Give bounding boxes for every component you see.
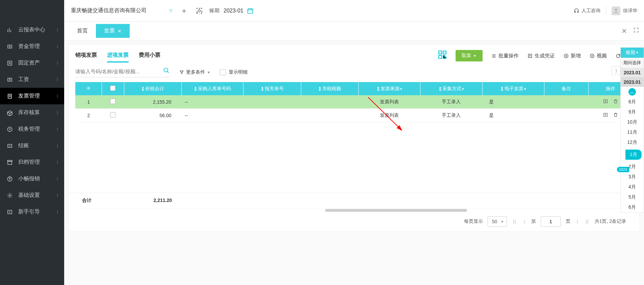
sidebar-item-close-period[interactable]: 结账⟩ — [0, 137, 64, 154]
period-scroll-up[interactable]: ︽ — [621, 87, 644, 97]
search-icon[interactable] — [163, 67, 170, 76]
svg-rect-17 — [529, 54, 532, 57]
sort-icon: ▲▼ — [261, 86, 264, 92]
subtab-销项发票[interactable]: 销项发票 — [75, 49, 97, 62]
delete-icon[interactable] — [613, 99, 618, 105]
sidebar-item-label: 税务管理 — [18, 126, 40, 133]
cell-tariff — [301, 95, 358, 109]
period-month[interactable]: 10月 — [621, 117, 644, 127]
prev-page-button[interactable]: ⟨ — [522, 219, 526, 224]
col-header[interactable] — [75, 82, 102, 95]
search-input[interactable] — [75, 69, 163, 74]
svg-point-12 — [9, 195, 11, 197]
play-circle-icon — [590, 53, 595, 58]
sidebar-item-guide[interactable]: 新手引导⟩ — [0, 204, 64, 220]
qr-icon[interactable] — [438, 50, 447, 61]
period-year-end[interactable]: 2023.01 — [621, 77, 644, 87]
sidebar-item-archive[interactable]: 归档管理⟩ — [0, 154, 64, 171]
tab-首页[interactable]: 首页 — [69, 24, 96, 38]
fetch-invoice-button[interactable]: 取票 ▼ — [456, 50, 483, 61]
sidebar-item-stock[interactable]: 库存核算⟩ — [0, 104, 64, 121]
subtab-进项发票[interactable]: 进项发票 — [107, 49, 129, 62]
fullscreen-icon[interactable] — [633, 27, 639, 35]
add-button[interactable]: 新增 — [564, 53, 581, 59]
invoice-icon — [6, 93, 14, 100]
period-month[interactable]: 12月 — [621, 137, 644, 148]
chart-icon — [6, 26, 14, 33]
first-page-button[interactable]: |⟨ — [512, 219, 517, 224]
period-month[interactable]: 4月 — [621, 182, 644, 192]
h-scrollbar-thumb[interactable] — [325, 209, 467, 212]
svg-point-21 — [88, 87, 89, 89]
sidebar-item-chart[interactable]: 云报表中心⟩ — [0, 22, 64, 38]
user-menu[interactable]: 徐泽华 — [612, 6, 637, 15]
period-month[interactable]: 11月 — [621, 127, 644, 137]
h-scrollbar[interactable] — [75, 208, 633, 212]
video-button[interactable]: 视频 — [590, 53, 607, 59]
sidebar-item-money[interactable]: 资金管理⟩ — [0, 38, 64, 55]
sidebar-item-settings[interactable]: 基础设置⟩ — [0, 187, 64, 204]
period-collapse-button[interactable]: ⟩ — [612, 66, 620, 75]
plus-icon[interactable]: ＋ — [180, 6, 188, 16]
period-month[interactable]: 8月 — [621, 97, 644, 107]
period-month[interactable]: 9月 — [621, 107, 644, 117]
gen-voucher-button[interactable]: 生成凭证 — [527, 53, 555, 59]
col-header[interactable]: ▲▼采购入库单号码 — [181, 82, 243, 95]
period-month[interactable]: 1月 — [621, 148, 644, 162]
sidebar-item-invoice[interactable]: 发票管理⟩ — [0, 88, 64, 104]
calendar-icon[interactable] — [247, 7, 254, 14]
close-tab-icon[interactable]: ✕ — [621, 27, 627, 35]
show-detail-toggle[interactable]: 显示明细 — [220, 69, 248, 75]
svg-rect-2 — [8, 45, 12, 48]
col-header[interactable]: ▲▼采集方式▾ — [420, 82, 482, 95]
support-link[interactable]: 人工咨询 — [573, 8, 600, 14]
period-month[interactable]: 3月 — [621, 172, 644, 182]
page-size-select[interactable]: 50 ▼ — [488, 216, 507, 227]
sidebar-item-label: 资金管理 — [18, 43, 40, 50]
close-icon[interactable]: ✕ — [118, 28, 122, 34]
svg-point-7 — [7, 127, 12, 132]
sidebar-item-label: 归档管理 — [18, 159, 40, 166]
subtab-费用小票[interactable]: 费用小票 — [139, 49, 160, 62]
headset-icon — [573, 8, 579, 14]
period-month[interactable]: 5月 — [621, 192, 644, 202]
sidebar-item-asset[interactable]: 固定资产⟩ — [0, 55, 64, 71]
company-selector[interactable]: 重庆畅捷交通信息咨询有限公司 ▽ — [71, 7, 172, 14]
chevron-right-icon: ⟩ — [57, 210, 58, 214]
page-input[interactable] — [541, 216, 561, 227]
checkbox-icon[interactable] — [110, 99, 115, 104]
cell-collect: 手工录入 — [420, 109, 482, 122]
next-page-button[interactable]: ⟩ — [575, 219, 579, 224]
period-year-start[interactable]: 2023.01 — [621, 68, 644, 77]
wage-icon — [6, 76, 14, 83]
per-page-label: 每页显示 — [464, 218, 483, 225]
chevron-right-icon: ⟩ — [57, 44, 58, 49]
checkbox-icon[interactable] — [110, 112, 115, 118]
table-row[interactable]: 256.00--发票列表手工录入是 — [75, 109, 633, 122]
chevron-right-icon: ⟩ — [57, 77, 58, 82]
col-header[interactable]: ▲▼关税税额 — [301, 82, 358, 95]
sidebar-item-reimburse[interactable]: 小畅报销⟩ — [0, 171, 64, 187]
period-month[interactable]: 6月 — [621, 202, 644, 212]
tab-发票[interactable]: 发票✕ — [96, 24, 130, 38]
batch-ops-button[interactable]: 批量操作 — [491, 53, 519, 59]
gear-icon[interactable] — [196, 7, 203, 14]
col-header[interactable]: ▲▼发票来源▾ — [358, 82, 420, 95]
delete-icon[interactable] — [613, 112, 618, 119]
col-header[interactable] — [102, 82, 124, 95]
table-row[interactable]: 12,155.20--发票列表手工录入是 — [75, 95, 633, 109]
col-header[interactable]: ▲▼价税合计 — [124, 82, 181, 95]
checkbox-icon[interactable] — [110, 85, 115, 91]
col-header[interactable]: ▲▼电子发票▾ — [482, 82, 544, 95]
sidebar-item-wage[interactable]: 工资⟩ — [0, 71, 64, 88]
col-header[interactable]: ▲▼报关单号 — [243, 82, 301, 95]
more-conditions-button[interactable]: 更多条件 ▼ — [179, 69, 210, 75]
company-name: 重庆畅捷交通信息咨询有限公司 — [71, 7, 147, 14]
guide-icon — [6, 208, 14, 215]
sidebar-item-tax[interactable]: 税务管理⟩ — [0, 121, 64, 137]
col-label: 价税合计 — [145, 86, 164, 91]
view-icon[interactable] — [603, 99, 608, 105]
view-icon[interactable] — [603, 112, 608, 119]
col-header[interactable]: 备注 — [544, 82, 588, 95]
last-page-button[interactable]: ⟩| — [584, 219, 590, 224]
